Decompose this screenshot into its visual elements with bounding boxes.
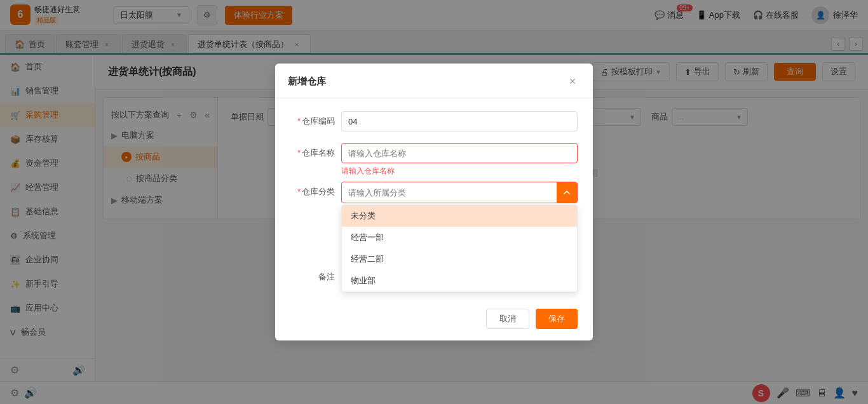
- name-label: *仓库名称: [290, 143, 341, 159]
- modal-footer: 取消 保存: [275, 304, 593, 340]
- category-toggle-btn[interactable]: [557, 182, 577, 203]
- modal: 新增仓库 × *仓库编码 *仓库名称 请输入仓库名称: [275, 64, 593, 340]
- category-input-wrapper: [341, 182, 578, 203]
- remark-label: 备注: [290, 271, 341, 283]
- dropdown-item-dept1[interactable]: 经营一部: [342, 227, 577, 248]
- dropdown-item-dept2[interactable]: 经营二部: [342, 248, 577, 270]
- warehouse-name-input[interactable]: [341, 143, 578, 163]
- category-field: 未分类 经营一部 经营二部 物业部: [341, 182, 578, 203]
- save-button[interactable]: 保存: [536, 309, 578, 329]
- modal-close-button[interactable]: ×: [565, 74, 580, 89]
- category-dropdown: 未分类 经营一部 经营二部 物业部: [341, 205, 578, 292]
- code-field: [341, 111, 578, 131]
- name-error-msg: 请输入仓库名称: [341, 166, 578, 177]
- name-field-row: *仓库名称 请输入仓库名称: [290, 143, 578, 177]
- category-field-row: *仓库分类 未分类: [290, 182, 578, 203]
- dropdown-item-none[interactable]: 未分类: [342, 205, 577, 227]
- cancel-button[interactable]: 取消: [486, 309, 529, 329]
- name-field: 请输入仓库名称: [341, 143, 578, 177]
- modal-header: 新增仓库 ×: [275, 64, 593, 98]
- chevron-up-icon: [562, 188, 571, 197]
- modal-body: *仓库编码 *仓库名称 请输入仓库名称 *仓库分类: [275, 98, 593, 304]
- dropdown-item-property[interactable]: 物业部: [342, 270, 577, 292]
- modal-title: 新增仓库: [288, 76, 326, 88]
- warehouse-code-input[interactable]: [341, 111, 578, 131]
- modal-overlay: 新增仓库 × *仓库编码 *仓库名称 请输入仓库名称: [0, 0, 868, 404]
- warehouse-category-input[interactable]: [342, 182, 557, 203]
- code-label: *仓库编码: [290, 116, 341, 127]
- code-field-row: *仓库编码: [290, 111, 578, 131]
- category-label: *仓库分类: [290, 182, 341, 198]
